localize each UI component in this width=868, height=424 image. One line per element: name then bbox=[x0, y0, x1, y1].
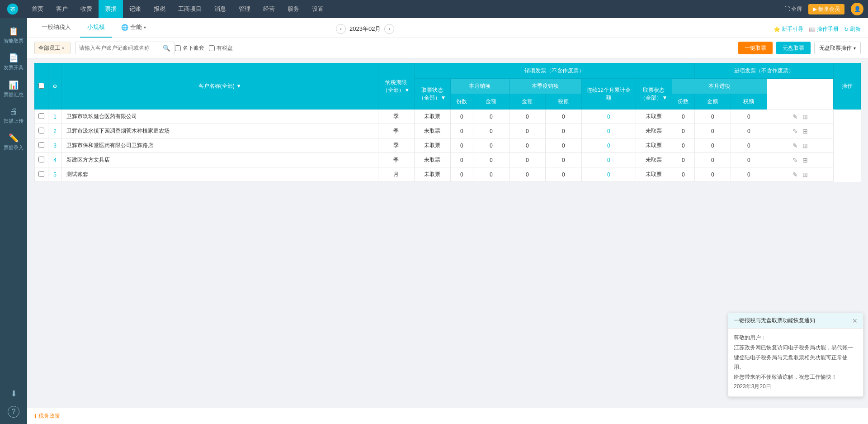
detail-icon[interactable]: ⊞ bbox=[802, 157, 808, 164]
row-amount: 0 bbox=[473, 124, 509, 138]
nav-item-tax[interactable]: 报税 bbox=[147, 0, 172, 18]
row-amount: 0 bbox=[473, 110, 509, 124]
row-amount: 0 bbox=[473, 167, 509, 182]
refresh-btn[interactable]: ↻ 刷新 bbox=[844, 25, 861, 33]
sidebar-item-scan[interactable]: 🖨 扫描上传 bbox=[1, 103, 26, 128]
top-nav: 茶 首页 客户 收费 票据 记账 报税 工商项目 消息 管理 经营 服务 设置 … bbox=[0, 0, 868, 18]
manual-btn[interactable]: 📖 操作手册 bbox=[809, 25, 839, 33]
row-checkbox[interactable] bbox=[35, 167, 48, 182]
nav-item-customer[interactable]: 客户 bbox=[50, 0, 74, 18]
sidebar-item-entry[interactable]: ✏️ 票据录入 bbox=[1, 129, 26, 154]
row-tax3: 0 bbox=[731, 138, 767, 153]
th-this-month-purchase: 本月进项 bbox=[672, 79, 767, 94]
guide-icon: ⭐ bbox=[774, 26, 780, 33]
row-no: 5 bbox=[48, 167, 62, 182]
row-checkbox[interactable] bbox=[35, 124, 48, 138]
th-checkbox bbox=[35, 63, 48, 110]
row-cumulative: 0 bbox=[581, 167, 636, 182]
own-account-check[interactable] bbox=[175, 45, 181, 51]
row-checkbox[interactable] bbox=[35, 153, 48, 167]
row-tax-period: 季 bbox=[378, 110, 414, 124]
edit-icon[interactable]: ✎ bbox=[793, 113, 798, 120]
tax-policy-link[interactable]: 税务政策 bbox=[38, 412, 60, 420]
nav-item-operations[interactable]: 经营 bbox=[257, 0, 281, 18]
nav-item-service[interactable]: 服务 bbox=[281, 0, 306, 18]
row-tax-period: 季 bbox=[378, 138, 414, 153]
edit-icon[interactable]: ✎ bbox=[793, 142, 798, 149]
th-tax3: 税额 bbox=[731, 94, 767, 110]
nav-item-settings[interactable]: 设置 bbox=[306, 0, 330, 18]
row-no: 4 bbox=[48, 153, 62, 167]
has-tax-checkbox[interactable]: 有税盘 bbox=[209, 44, 233, 52]
notification-close-btn[interactable]: ✕ bbox=[852, 317, 858, 324]
row-checkbox[interactable] bbox=[35, 110, 48, 124]
nav-item-invoice[interactable]: 票据 bbox=[99, 0, 123, 18]
row-copies2: 0 bbox=[672, 110, 694, 124]
next-month-btn[interactable]: › bbox=[384, 24, 394, 34]
detail-icon[interactable]: ⊞ bbox=[802, 142, 808, 149]
edit-icon[interactable]: ✎ bbox=[793, 157, 798, 164]
sub-tabs-bar: 一般纳税人 小规模 🌐 全能 ▾ ‹ 2023年02月 › ⭐ 新手引导 📖 bbox=[27, 18, 868, 38]
sidebar-item-download[interactable]: ⬇ bbox=[1, 385, 26, 402]
select-all-checkbox[interactable] bbox=[38, 83, 44, 89]
prev-month-btn[interactable]: ‹ bbox=[336, 24, 346, 34]
manual-icon: 📖 bbox=[809, 26, 816, 33]
row-customer: 卫辉市汲水镇下园凋香烟菅木种植家庭农场 bbox=[62, 124, 378, 138]
detail-icon[interactable]: ⊞ bbox=[802, 171, 808, 178]
edit-icon[interactable]: ✎ bbox=[793, 128, 798, 135]
search-input[interactable] bbox=[75, 42, 175, 54]
edit-icon[interactable]: ✎ bbox=[793, 171, 798, 178]
nav-item-business[interactable]: 工商项目 bbox=[172, 0, 208, 18]
row-no: 1 bbox=[48, 110, 62, 124]
row-checkbox[interactable] bbox=[35, 138, 48, 153]
fullscreen-btn[interactable]: ⛶ 全屏 bbox=[784, 5, 802, 13]
nav-item-manage[interactable]: 管理 bbox=[232, 0, 257, 18]
row-amount3: 0 bbox=[694, 167, 731, 182]
th-tax-period: 纳税期限（全部）▼ bbox=[378, 63, 414, 110]
avatar[interactable]: 👤 bbox=[851, 3, 863, 15]
has-tax-check[interactable] bbox=[209, 45, 215, 51]
nav-item-home[interactable]: 首页 bbox=[25, 0, 50, 18]
row-fetch-status: 未取票 bbox=[414, 153, 450, 167]
th-amount3: 金额 bbox=[694, 94, 731, 110]
sidebar-item-summary[interactable]: 📊 票据汇总 bbox=[1, 76, 26, 101]
toolbar: 全部员工 ▾ 🔍 名下账套 有税盘 一键取票 无盘取票 无盘取票操作 ▾ bbox=[27, 38, 868, 58]
row-fetch-status2: 未取票 bbox=[636, 110, 672, 124]
logo[interactable]: 茶 bbox=[5, 1, 21, 17]
no-disk-fetch-btn[interactable]: 无盘取票 bbox=[776, 42, 811, 54]
row-season-tax: 0 bbox=[545, 110, 581, 124]
nav-item-accounting[interactable]: 记账 bbox=[123, 0, 147, 18]
own-account-checkbox[interactable]: 名下账套 bbox=[175, 44, 204, 52]
nav-item-billing[interactable]: 收费 bbox=[74, 0, 99, 18]
row-customer: 卫辉市保和堂医药有限公司卫辉路店 bbox=[62, 138, 378, 153]
fullscreen-icon: ⛶ bbox=[784, 6, 790, 12]
sidebar-item-issue[interactable]: 📄 发票开具 bbox=[1, 49, 26, 74]
nav-item-message[interactable]: 消息 bbox=[208, 0, 232, 18]
sidebar-item-help[interactable]: ? bbox=[8, 406, 19, 418]
row-season-amount: 0 bbox=[509, 167, 545, 182]
search-button[interactable]: 🔍 bbox=[163, 45, 170, 52]
row-actions: ✎ ⊞ bbox=[767, 167, 833, 182]
chevron-icon: ▾ bbox=[62, 46, 64, 51]
one-click-fetch-btn[interactable]: 一键取票 bbox=[738, 42, 773, 54]
vip-btn[interactable]: ▶ 畅享会员 bbox=[808, 4, 844, 14]
sidebar-item-smart-fetch[interactable]: 📋 智能取票 bbox=[1, 23, 26, 48]
tab-all[interactable]: 🌐 全能 ▾ bbox=[114, 18, 153, 38]
row-fetch-status: 未取票 bbox=[414, 138, 450, 153]
tab-general[interactable]: 一般纳税人 bbox=[34, 18, 78, 38]
no-disk-ops-btn[interactable]: 无盘取票操作 ▾ bbox=[814, 42, 861, 54]
settings-icon[interactable]: ⚙ bbox=[52, 83, 57, 90]
new-guide-btn[interactable]: ⭐ 新手引导 bbox=[774, 25, 803, 33]
row-actions: ✎ ⊞ bbox=[767, 153, 833, 167]
detail-icon[interactable]: ⊞ bbox=[802, 113, 808, 120]
row-season-amount: 0 bbox=[509, 110, 545, 124]
th-fetch-status2: 取票状态（全部）▼ bbox=[636, 79, 672, 110]
row-season-amount: 0 bbox=[509, 138, 545, 153]
sidebar: 📋 智能取票 📄 发票开具 📊 票据汇总 🖨 扫描上传 ✏️ 票据录入 ⬇ ? bbox=[0, 18, 27, 424]
row-fetch-status2: 未取票 bbox=[636, 167, 672, 182]
employee-select[interactable]: 全部员工 ▾ bbox=[34, 42, 71, 54]
row-no: 3 bbox=[48, 138, 62, 153]
detail-icon[interactable]: ⊞ bbox=[802, 128, 808, 135]
row-fetch-status: 未取票 bbox=[414, 124, 450, 138]
tab-small[interactable]: 小规模 bbox=[80, 18, 112, 38]
